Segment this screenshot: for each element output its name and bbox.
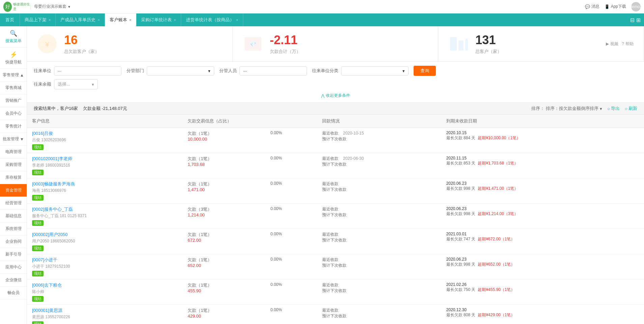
sidebar-item-new-guide[interactable]: 新手引导 bbox=[0, 248, 27, 261]
overdue-amount-link[interactable]: 超期¥1,214.00（3笔） bbox=[478, 211, 518, 216]
customer-name-link[interactable]: [0002]服务中心_丁磊 bbox=[32, 206, 177, 212]
td-customer-info: [000001]黄思源 黄思源 13552700226 现结 bbox=[27, 305, 183, 324]
customer-name-link[interactable]: [0007]小进干 bbox=[32, 257, 177, 263]
results-bar: 搜索结果中，客户16家 欠款金额 -21,148.07元 排序： 排序：按欠款金… bbox=[27, 103, 644, 115]
sidebar-item-system-mgmt[interactable]: 系统管理 bbox=[0, 223, 27, 235]
tab-customer-account[interactable]: 客户账本 × bbox=[105, 13, 136, 26]
sidebar-item-stock-audit[interactable]: 库存核算 bbox=[0, 171, 27, 184]
td-debt-pct: 0.00% bbox=[265, 204, 317, 229]
sort-button[interactable]: 排序： 排序：按欠款金额倒序排序 ▾ bbox=[531, 106, 602, 112]
customer-tag: 现结 bbox=[32, 296, 44, 302]
query-button[interactable]: 查询 bbox=[414, 66, 436, 76]
tab-produce-history[interactable]: 产成品入库单历史 × bbox=[56, 13, 105, 26]
td-collect-info: 最近收款 预计下次收款 bbox=[317, 229, 441, 254]
next-collect-label: 预计下次收款 bbox=[322, 161, 436, 167]
tab-home[interactable]: 首页 bbox=[0, 13, 20, 26]
td-customer-info: [0007]小进干 小进干 18279152100 现结 bbox=[27, 254, 183, 279]
debt-pct: 0.00% bbox=[271, 130, 312, 135]
app-download-btn[interactable]: 📱 App下载 bbox=[605, 4, 626, 9]
td-debt-pct: 0.00% bbox=[265, 153, 317, 178]
close-tab-products-offline[interactable]: × bbox=[49, 18, 51, 22]
svg-text:¥: ¥ bbox=[45, 40, 50, 49]
content: ¥ 16 总欠款客户（家） 💎 -2.11 欠款合 bbox=[27, 26, 644, 324]
td-due-date: 2020.12.30 最长欠款 808 天 超期¥429.00（1笔） bbox=[441, 305, 644, 324]
user-btn[interactable]: demo2 bbox=[631, 2, 641, 11]
th-customer-info: 客户信息 bbox=[27, 115, 183, 128]
table-row: [0016]吕俊 吕俊 13026203696 现结 欠款（1笔） 10,000… bbox=[27, 128, 644, 153]
messages-btn[interactable]: 💬 消息 bbox=[585, 4, 599, 9]
td-debt-pct: 0.00% bbox=[265, 254, 317, 279]
debt-count: 欠款（1笔） bbox=[188, 282, 260, 288]
sidebar-item-basic-info[interactable]: 基础信息 bbox=[0, 210, 27, 223]
balance-select[interactable]: 选择... ▾ bbox=[54, 79, 98, 89]
customer-name-link[interactable]: [0006]去下粮仓 bbox=[32, 282, 177, 288]
filter-area: 往来单位 ··· 分管部门 ▾ 分管人员 ··· bbox=[27, 62, 644, 103]
unit-category-select[interactable]: ▾ bbox=[341, 66, 409, 76]
overdue-amount-link[interactable]: 超期¥1,703.68（1笔） bbox=[478, 161, 518, 166]
refresh-button[interactable]: ○ 刷新 bbox=[625, 106, 637, 112]
department-select[interactable]: ▾ bbox=[147, 66, 214, 76]
customer-name-link[interactable]: [0016]吕俊 bbox=[32, 130, 177, 137]
td-collect-info: 最近收款 预计下次收款 bbox=[317, 204, 441, 229]
svg-rect-5 bbox=[458, 40, 464, 51]
from-unit-label: 往来单位 bbox=[34, 68, 51, 74]
overdue-amount-link[interactable]: 超期¥429.00（1笔） bbox=[478, 313, 515, 317]
close-tab-purchase-order[interactable]: × bbox=[174, 18, 176, 22]
close-tab-stock-statistics[interactable]: × bbox=[236, 18, 238, 22]
close-tab-produce-history[interactable]: × bbox=[97, 18, 100, 22]
overdue-amount-link[interactable]: 超期¥455.90（1笔） bbox=[478, 287, 515, 292]
debt-count: 欠款（3笔） bbox=[188, 206, 260, 212]
manager-input[interactable]: ··· bbox=[240, 66, 307, 76]
customer-name-link[interactable]: [000002]用户2050 bbox=[32, 232, 177, 238]
filter-row-2: 往来余额 选择... ▾ bbox=[34, 79, 637, 89]
debt-pct: 0.00% bbox=[271, 232, 312, 236]
td-collect-info: 最近收款 预计下次收款 bbox=[317, 305, 441, 324]
customer-name-link[interactable]: [0003]畅捷服务尹海燕 bbox=[32, 181, 177, 187]
customer-tag: 现结 bbox=[32, 245, 44, 251]
maximize-tabs-icon[interactable]: ⊞ bbox=[636, 17, 641, 23]
close-tab-customer-account[interactable]: × bbox=[129, 18, 131, 22]
customer-phone: 陈小帅 bbox=[32, 289, 177, 295]
th-due-date: 到期未收款日期 bbox=[441, 115, 644, 128]
collapse-filter-btn[interactable]: ⋀ 收起更多条件 bbox=[34, 93, 637, 98]
customer-name-link[interactable]: [0001020001]李老师 bbox=[32, 156, 177, 162]
overdue-amount-link[interactable]: 超期¥652.00（1笔） bbox=[478, 262, 515, 267]
export-button[interactable]: ○ 导出 bbox=[607, 106, 620, 112]
sidebar-item-quick-nav[interactable]: ⚡ 快捷导航 bbox=[0, 48, 27, 69]
stat-card-debtors: ¥ 16 总欠款客户（家） bbox=[27, 26, 233, 61]
next-collect-label: 预计下次收款 bbox=[322, 136, 436, 142]
overdue-amount-link[interactable]: 超期¥10,000.00（1笔） bbox=[478, 136, 521, 140]
overdue-amount-link[interactable]: 超期¥672.00（1笔） bbox=[478, 237, 515, 241]
logo-icon: 好 bbox=[3, 2, 12, 12]
tab-products-offline[interactable]: 商品上下架 × bbox=[20, 13, 56, 26]
sidebar-item-batch-mgmt[interactable]: 批发管理 ▼ bbox=[0, 133, 27, 146]
store-selector[interactable]: 母婴行业演示账套 ▾ bbox=[30, 4, 75, 9]
last-collect-label: 最近收款 bbox=[322, 282, 436, 288]
tab-purchase-order[interactable]: 采购订单统计表 × bbox=[136, 13, 181, 26]
results-info: 搜索结果中，客户16家 欠款金额 -21,148.07元 bbox=[34, 106, 127, 112]
sidebar-item-marketing[interactable]: 营销推广 bbox=[0, 94, 27, 107]
video-btn[interactable]: ▶ 视频 bbox=[606, 41, 618, 47]
debt-pct: 0.00% bbox=[271, 307, 312, 312]
sidebar-item-search-menu[interactable]: 🔍 搜索菜单 bbox=[0, 26, 27, 48]
from-unit-input[interactable]: ··· bbox=[54, 66, 121, 76]
sidebar-item-retail-mgmt[interactable]: 零售管理 ▲ bbox=[0, 69, 27, 82]
sidebar-item-retail-stats[interactable]: 零售统计 bbox=[0, 120, 27, 133]
sidebar-item-ecommerce[interactable]: 电商管理 bbox=[0, 146, 27, 158]
tab-stock-statistics[interactable]: 进货单统计表（按商品） × bbox=[181, 13, 243, 26]
minimize-tabs-icon[interactable]: ⊟ bbox=[630, 17, 635, 23]
customer-phone: 小进干 18279152100 bbox=[32, 264, 177, 269]
customer-name-link[interactable]: [000001]黄思源 bbox=[32, 307, 177, 314]
sidebar-item-vip-member[interactable]: 畅会员 bbox=[0, 287, 27, 299]
sidebar-item-app-center[interactable]: 应用中心 bbox=[0, 261, 27, 274]
sidebar-item-corp-collab[interactable]: 企业协同 bbox=[0, 235, 27, 248]
sidebar-item-operations[interactable]: 经营管理 bbox=[0, 197, 27, 210]
sidebar-item-member-center[interactable]: 会员中心 bbox=[0, 107, 27, 120]
help-btn[interactable]: ? 帮助 bbox=[622, 41, 634, 47]
sidebar-item-retail-mall[interactable]: 零售商城 bbox=[0, 82, 27, 94]
due-date-value: 2020.06.23 bbox=[446, 257, 639, 262]
sidebar-item-corp-wechat[interactable]: 企业微信 bbox=[0, 274, 27, 287]
sidebar-item-finance-mgmt[interactable]: 资金管理 bbox=[0, 184, 27, 197]
overdue-amount-link[interactable]: 超期¥1,471.00（1笔） bbox=[478, 186, 518, 191]
sidebar-item-purchase-mgmt[interactable]: 采购管理 bbox=[0, 158, 27, 171]
